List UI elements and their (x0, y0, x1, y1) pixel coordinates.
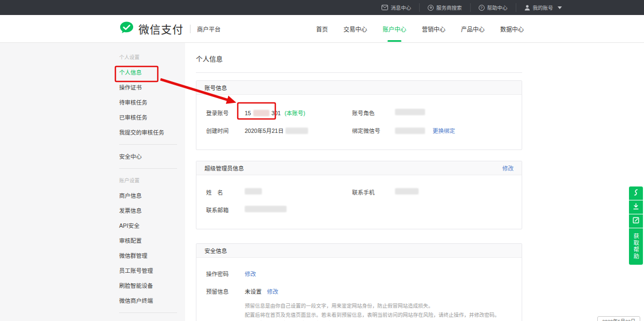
account-info-title: 账号信息 (204, 84, 227, 92)
message-center-label: 消息中心 (391, 4, 411, 11)
contact-service-button[interactable] (629, 186, 643, 200)
download-icon (632, 203, 640, 212)
change-binding-link[interactable]: 更换绑定 (433, 126, 455, 135)
contact-email-value (245, 206, 287, 212)
current-account-tag: (本账号) (284, 109, 305, 117)
brand-logo[interactable]: 微信支付 商户平台 (119, 15, 221, 43)
contact-phone-value (395, 188, 419, 195)
sidebar: 个人设置 个人信息 操作证书 待审核任务 已审核任务 我提交的审核任务 安全中心… (119, 50, 178, 317)
download-button[interactable] (629, 200, 643, 214)
account-info-section: 账号信息 登录账号 15301 (本账号) 账号角色 创建时间 2020年5月2… (196, 80, 522, 150)
nav-transaction-center[interactable]: 交易中心 (343, 23, 368, 35)
form-row: 操作密码 修改 (196, 265, 522, 283)
operation-password-value: 修改 (245, 270, 256, 278)
sidebar-item-security-center[interactable]: 安全中心 (119, 149, 178, 164)
help-center-button[interactable]: ? 帮助中心 (470, 3, 516, 12)
created-date-text: 2020年5月21日 (245, 126, 283, 135)
help-icon: ? (479, 5, 485, 11)
reserved-info-label: 预留信息 (206, 287, 229, 295)
sidebar-item-wechat-merchant-terminal[interactable]: 微信商户终端 (119, 293, 178, 308)
admin-info-title: 超级管理员信息 (204, 164, 244, 172)
sidebar-item-reviewed-tasks[interactable]: 已审核任务 (119, 110, 178, 125)
account-role-label: 账号角色 (352, 109, 375, 117)
login-account-value: 15301 (本账号) (245, 109, 305, 117)
description-line: 预留信息是由你自己设置的一段文字，用来鉴定网站身份，防止假冒网站造成损失。 (245, 302, 522, 311)
security-info-section: 安全信息 操作密码 修改 预留信息 未设置 修改 预留信息是由你自己设置的一段文… (196, 243, 522, 321)
account-info-body: 登录账号 15301 (本账号) 账号角色 创建时间 2020年5月21日 绑定… (196, 95, 522, 150)
description-line: 配置后将在首页及充值页面显示。若未看到预留信息，表明当前访问的网站存在风险，请终… (245, 311, 522, 320)
left-column: 个人设置 个人信息 操作证书 待审核任务 已审核任务 我提交的审核任务 安全中心… (0, 43, 185, 321)
form-row: 创建时间 2020年5月21日 绑定微信号 更换绑定 (196, 122, 522, 140)
admin-info-body: 姓 名 联系手机 联系邮箱 (196, 175, 522, 229)
sidebar-item-staff-account-management[interactable]: 员工账号管理 (119, 263, 178, 278)
get-help-button[interactable]: 获取帮助 (629, 228, 643, 265)
topbar-menu: 消息中心 服务商搜索 ? 帮助中心 我的账号 (374, 0, 570, 15)
get-help-label: 获取帮助 (633, 233, 639, 260)
nav-home[interactable]: 首页 (316, 23, 328, 35)
sidebar-item-invoice-info[interactable]: 发票信息 (119, 203, 178, 218)
contact-curve-icon (632, 189, 640, 198)
login-account-suffix: 301 (272, 110, 281, 116)
title-divider (196, 72, 522, 73)
my-account-label: 我的账号 (533, 4, 553, 11)
floating-toolbar: 获取帮助 (629, 186, 643, 265)
header: 微信支付 商户平台 首页 交易中心 账户中心 营销中心 产品中心 数据中心 (0, 15, 644, 43)
admin-modify-link[interactable]: 修改 (502, 164, 514, 172)
sidebar-item-personal-info[interactable]: 个人信息 (119, 65, 178, 80)
admin-name-value (245, 188, 262, 195)
sidebar-divider (119, 312, 177, 313)
my-account-menu[interactable]: 我的账号 (516, 3, 570, 12)
service-provider-search-label: 服务商搜索 (436, 4, 462, 11)
operation-password-label: 操作密码 (206, 270, 229, 278)
security-info-header: 安全信息 (196, 244, 522, 258)
sidebar-divider (119, 144, 177, 145)
sidebar-item-my-submitted-review-tasks[interactable]: 我提交的审核任务 (119, 125, 178, 140)
service-provider-search-button[interactable]: 服务商搜索 (419, 3, 470, 12)
nav-marketing-center[interactable]: 营销中心 (421, 23, 446, 35)
brand-name: 微信支付 (138, 21, 184, 37)
sidebar-item-wechat-group-management[interactable]: 微信群管理 (119, 248, 178, 263)
sidebar-item-face-smart-device[interactable]: 刷脸智能设备 (119, 278, 178, 293)
redacted-block (245, 188, 262, 195)
brand-divider (190, 25, 191, 33)
redacted-block (395, 128, 425, 134)
bound-wechat-value: 更换绑定 (395, 126, 455, 135)
sidebar-item-merchant-info[interactable]: 商户信息 (119, 188, 178, 203)
contact-phone-label: 联系手机 (352, 188, 375, 196)
redacted-block (395, 188, 419, 195)
nav-data-center[interactable]: 数据中心 (500, 23, 524, 35)
security-info-body: 操作密码 修改 预留信息 未设置 修改 预留信息是由你自己设置的一段文字，用来鉴… (196, 258, 522, 321)
nav-account-center[interactable]: 账户中心 (382, 23, 407, 35)
form-row: 联系邮箱 (196, 201, 522, 219)
account-info-header: 账号信息 (196, 81, 522, 95)
bound-wechat-label: 绑定微信号 (352, 126, 380, 135)
reserved-modify-link[interactable]: 修改 (267, 287, 279, 295)
sidebar-divider (119, 168, 177, 169)
topbar: 消息中心 服务商搜索 ? 帮助中心 我的账号 (0, 0, 644, 15)
sidebar-item-review-config[interactable]: 审核配置 (119, 233, 178, 248)
created-time-label: 创建时间 (206, 126, 229, 135)
wechat-pay-bubble-icon (119, 21, 134, 37)
nav-product-center[interactable]: 产品中心 (460, 23, 485, 35)
date-popup: 2020年5月22日 (597, 316, 640, 321)
sidebar-item-pending-review-tasks[interactable]: 待审核任务 (119, 95, 178, 110)
sidebar-item-operation-certificate[interactable]: 操作证书 (119, 80, 178, 95)
redacted-block (395, 109, 425, 115)
password-modify-link[interactable]: 修改 (245, 270, 256, 278)
sidebar-item-api-security[interactable]: API安全 (119, 218, 178, 233)
contact-email-label: 联系邮箱 (206, 206, 229, 214)
feedback-button[interactable] (629, 214, 643, 228)
reserved-info-value: 未设置 修改 (245, 287, 279, 295)
main-nav: 首页 交易中心 账户中心 营销中心 产品中心 数据中心 (316, 15, 524, 43)
admin-info-header: 超级管理员信息 修改 (196, 161, 522, 175)
login-account-label: 登录账号 (206, 109, 229, 117)
reserved-info-description: 预留信息是由你自己设置的一段文字，用来鉴定网站身份，防止假冒网站造成损失。 配置… (245, 302, 522, 321)
sidebar-group-personal-settings: 个人设置 (119, 50, 178, 65)
main-content: 个人信息 账号信息 登录账号 15301 (本账号) 账号角色 创建时间 202… (196, 43, 522, 321)
admin-name-label: 姓 名 (206, 188, 223, 196)
login-account-prefix: 15 (245, 110, 251, 116)
security-info-title: 安全信息 (204, 247, 227, 255)
message-center-button[interactable]: 消息中心 (374, 3, 419, 12)
form-row: 预留信息 未设置 修改 (196, 283, 522, 301)
help-center-label: 帮助中心 (487, 4, 508, 11)
